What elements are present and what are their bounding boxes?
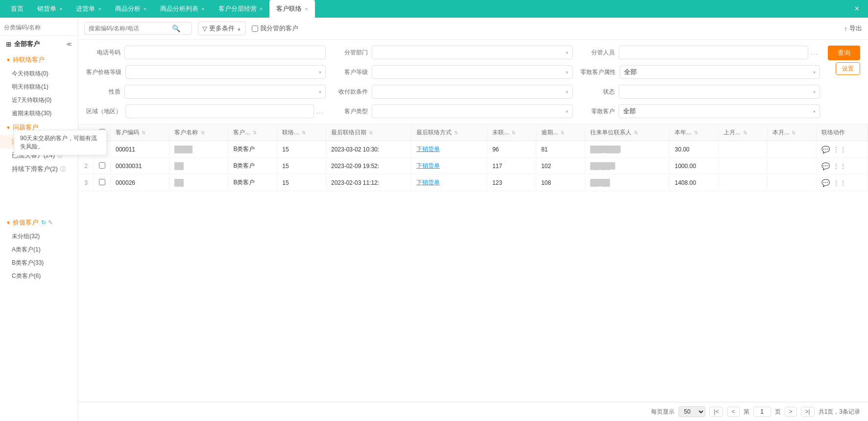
customer-type-select[interactable]: ▾ [372, 104, 573, 118]
page-input[interactable] [753, 407, 771, 417]
sidebar-item-unclassified[interactable]: 未分组(32) [0, 230, 78, 243]
th-action: 联络动作 [816, 124, 868, 141]
close-sales-tab[interactable]: × [59, 6, 62, 12]
my-customers-checkbox[interactable] [252, 25, 258, 32]
nature-select[interactable]: ▾ [124, 85, 326, 99]
status-select[interactable]: ▾ [619, 85, 820, 99]
region-select[interactable] [125, 104, 314, 118]
th-this-year[interactable]: 本年... ⇅ [670, 124, 719, 141]
row-checkbox[interactable] [99, 162, 105, 169]
cell-this-year: 1408.00 [670, 174, 719, 191]
first-page-button[interactable]: |< [709, 407, 723, 417]
cell-name: ██ [169, 174, 228, 191]
last-page-button[interactable]: >| [801, 407, 815, 417]
cell-last-method[interactable]: 下销货单 [411, 158, 487, 174]
cell-contact-count: 15 [277, 174, 326, 191]
settings-button[interactable]: 设置 [836, 62, 860, 75]
close-customer-contact-tab[interactable]: × [305, 6, 308, 12]
th-last-month[interactable]: 上月... ⇅ [719, 124, 768, 141]
sidebar-item-class-b[interactable]: B类客户(33) [0, 256, 78, 270]
row-checkbox[interactable] [99, 179, 105, 185]
zero-customer-select[interactable]: 全部 ▾ [619, 104, 820, 118]
chat-icon[interactable]: 💬 [821, 162, 830, 170]
person-select[interactable] [619, 46, 808, 59]
th-contact-person[interactable]: 往来单位联系人 ⇅ [585, 124, 670, 141]
main-search-input[interactable] [89, 25, 172, 32]
payment-select[interactable]: ▾ [372, 85, 573, 99]
sidebar-item-overdue[interactable]: 逾期未联络(30) [0, 107, 78, 120]
export-button[interactable]: ↑ 导出 [844, 24, 863, 33]
sidebar-group-pending[interactable]: ▼ 待联络客户 [0, 52, 78, 67]
close-customer-layer-tab[interactable]: × [260, 6, 263, 12]
sidebar-item-tomorrow[interactable]: 明天待联络(1) [0, 80, 78, 94]
nav-tab-product-analysis[interactable]: 商品分析 × [108, 0, 153, 18]
close-purchase-tab[interactable]: × [98, 6, 101, 12]
collapse-sidebar-icon[interactable]: ≪ [66, 41, 72, 48]
cell-last-method[interactable]: 下销货单 [411, 174, 487, 191]
zero-attr-select[interactable]: 全部 ▾ [620, 65, 820, 79]
edit-icon[interactable]: ✎ [48, 219, 53, 226]
th-customer-type[interactable]: 客户... ⇅ [228, 124, 277, 141]
sidebar-all-customers[interactable]: ⊞ 全部客户 ≪ [0, 36, 78, 52]
th-this-month[interactable]: 本月... ⇅ [768, 124, 817, 141]
nav-tab-customer-contact[interactable]: 客户联络 × [269, 0, 314, 18]
price-grade-select[interactable]: ▾ [125, 65, 326, 79]
nav-tab-customer-layer[interactable]: 客户分层经营 × [212, 0, 269, 18]
chevron-nature: ▾ [319, 89, 321, 95]
sidebar-item-declining[interactable]: 持续下滑客户(2) ⓘ [0, 162, 78, 176]
nav-tab-product-analysis-list[interactable]: 商品分析列表 × [153, 0, 211, 18]
more-actions-icon[interactable]: ⋮⋮ [833, 146, 846, 153]
sidebar-group-value[interactable]: ▼ 价值客户 ↻ ✎ [0, 215, 78, 230]
cell-last-method[interactable]: 下销货单 [411, 141, 487, 158]
cell-code: 000026 [111, 174, 169, 191]
th-not-contacted[interactable]: 未联... ⇅ [487, 124, 536, 141]
my-customers-toggle[interactable]: 我分管的客户 [252, 24, 298, 33]
sidebar-item-7days[interactable]: 近7天待联络(0) [0, 94, 78, 107]
chat-icon[interactable]: 💬 [821, 179, 830, 187]
more-conditions-button[interactable]: ▽ 更多条件 ▲ [198, 22, 246, 35]
th-customer-name[interactable]: 客户名称 ⇅ [169, 124, 228, 141]
region-field: 区域（地区） … [86, 104, 326, 118]
page-unit: 页 [775, 408, 781, 416]
th-last-contact-method[interactable]: 最后联络方式 ⇅ [411, 124, 487, 141]
cell-last-month [719, 141, 768, 158]
more-actions-icon[interactable]: ⋮⋮ [833, 162, 846, 170]
th-overdue[interactable]: 逾期... ⇅ [536, 124, 585, 141]
close-product-analysis-tab[interactable]: × [144, 6, 146, 12]
nav-tab-sales[interactable]: 销货单 × [30, 0, 69, 18]
customer-grade-select[interactable]: ▾ [372, 65, 573, 79]
phone-input[interactable] [124, 46, 326, 59]
next-page-button[interactable]: > [785, 407, 797, 417]
cell-actions: 💬 ⋮⋮ [816, 174, 868, 191]
prev-page-button[interactable]: < [727, 407, 739, 417]
chat-icon[interactable]: 💬 [821, 146, 830, 153]
nav-home[interactable]: 首页 [4, 4, 30, 13]
nav-tab-purchase[interactable]: 进货单 × [69, 0, 108, 18]
sidebar-item-today[interactable]: 今天待联络(0) [0, 67, 78, 80]
cell-type: B类客户 [228, 141, 277, 158]
sidebar-item-class-a[interactable]: A类客户(1) [0, 243, 78, 256]
phone-field: 电话号码 [86, 46, 326, 59]
query-button[interactable]: 查询 [828, 46, 860, 60]
cell-not-contact: 117 [487, 158, 536, 174]
per-page-label: 每页显示 [651, 408, 675, 416]
th-contact-count[interactable]: 联络... ⇅ [277, 124, 326, 141]
th-last-contact-date[interactable]: 最后联络日期 ⇅ [326, 124, 411, 141]
region-more-dots[interactable]: … [314, 107, 326, 116]
th-customer-code[interactable]: 客户编码 ⇅ [111, 124, 169, 141]
sort-icon-not: ⇅ [511, 130, 515, 135]
search-input-wrapper: 🔍 [84, 22, 192, 35]
zero-customer-field: 零散客户 全部 ▾ [580, 104, 820, 118]
sort-icon-method: ⇅ [454, 130, 458, 135]
cell-contact-person: ██ ██ [585, 174, 670, 191]
window-close-button[interactable]: × [850, 4, 864, 13]
close-product-list-tab[interactable]: × [201, 6, 204, 12]
refresh-icon[interactable]: ↻ [41, 219, 46, 226]
dept-select[interactable]: ▾ [372, 46, 573, 59]
cell-this-year: 1000.00 [670, 158, 719, 174]
person-more-dots[interactable]: … [808, 48, 820, 57]
sidebar-item-class-c[interactable]: C类客户(6) [0, 270, 78, 283]
sidebar-search-input[interactable] [4, 24, 77, 31]
per-page-select[interactable]: 50 100 [678, 406, 705, 417]
more-actions-icon[interactable]: ⋮⋮ [833, 179, 846, 187]
